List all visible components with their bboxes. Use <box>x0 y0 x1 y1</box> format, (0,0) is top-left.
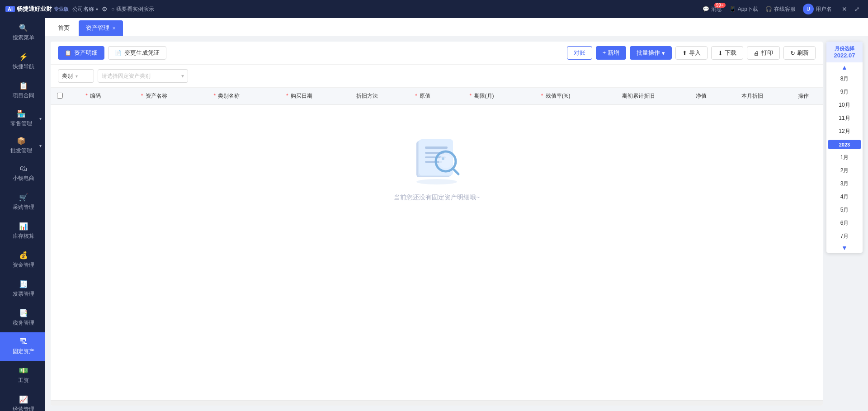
current-year-label: 2023 <box>839 142 850 147</box>
sidebar-item-ecommerce[interactable]: 🛍 小畅电商 <box>0 159 45 188</box>
col-operation: 操作 <box>783 88 823 105</box>
col-residual-rate: * 残值率(%) <box>516 88 595 105</box>
sidebar-label-tax: 税务管理 <box>13 319 34 327</box>
message-icon: 💬 <box>703 6 709 12</box>
sidebar-label-invoice: 发票管理 <box>13 290 34 298</box>
category-dropdown-arrow-icon: ▾ <box>181 73 184 79</box>
online-service-button[interactable]: 🎧 在线客服 <box>765 5 796 13</box>
month-item-7[interactable]: 7月 <box>826 230 863 243</box>
sub-tab-change-voucher[interactable]: 📄 变更生成凭证 <box>108 46 166 60</box>
month-item-8[interactable]: 8月 <box>826 72 863 85</box>
horizontal-scrollbar[interactable] <box>51 400 823 406</box>
purchase-icon: 🛒 <box>19 193 28 202</box>
sidebar-label-finance: 资金管理 <box>13 261 34 269</box>
month-panel-title: 月份选择 <box>830 45 859 52</box>
month-panel-year: 2022.07 <box>830 52 859 59</box>
month-item-1[interactable]: 1月 <box>826 151 863 164</box>
tab-asset[interactable]: 资产管理 ✕ <box>79 20 123 36</box>
sidebar-item-fixed-asset[interactable]: 🏗 固定资产 <box>0 332 45 361</box>
sub-tab-change-voucher-label: 变更生成凭证 <box>124 49 160 57</box>
app-name: 畅捷通好业财 <box>17 5 52 13</box>
username: 用户名 <box>816 5 832 13</box>
month-item-3[interactable]: 3月 <box>826 177 863 190</box>
add-button[interactable]: + 新增 <box>596 46 626 60</box>
month-item-5[interactable]: 5月 <box>826 203 863 217</box>
tax-icon: 📑 <box>19 309 28 317</box>
change-voucher-icon: 📄 <box>115 50 122 56</box>
toolbar: 对账 + 新增 批量操作 ▾ ⬆ 导入 <box>567 46 816 60</box>
month-nav-up[interactable]: ▲ <box>826 62 863 72</box>
sub-tabs-bar: 📋 资产明细 📄 变更生成凭证 对账 + 新增 <box>51 42 823 65</box>
category-search-input[interactable]: 请选择固定资产类别 ▾ <box>98 69 188 83</box>
sidebar-item-quicknav[interactable]: ⚡ 快捷导航 <box>0 47 45 76</box>
month-panel: 月份选择 2022.07 ▲ 8月 9月 10月 11月 12月 2023 <box>826 42 863 253</box>
month-item-11[interactable]: 11月 <box>826 112 863 125</box>
sub-tab-asset-detail[interactable]: 📋 资产明细 <box>58 46 104 60</box>
col-depreciation-method: 折旧方法 <box>335 88 398 105</box>
month-up-icon[interactable]: ▲ <box>841 64 848 71</box>
month-item-6[interactable]: 6月 <box>826 217 863 230</box>
message-button[interactable]: 💬 消息 99+ <box>703 5 722 13</box>
fixed-asset-icon: 🏗 <box>20 338 27 346</box>
refresh-button[interactable]: ↻ 刷新 <box>783 46 816 60</box>
month-down-icon[interactable]: ▼ <box>841 245 848 251</box>
sidebar-item-salary[interactable]: 💵 工资 <box>0 361 45 390</box>
print-button[interactable]: 🖨 打印 <box>747 46 780 60</box>
col-code: * 编码 <box>69 88 118 105</box>
download-button[interactable]: ⬇ 下载 <box>711 46 743 60</box>
tab-home[interactable]: 首页 <box>51 20 77 36</box>
category-type-select[interactable]: 类别 ▾ <box>58 69 94 83</box>
month-item-10[interactable]: 10月 <box>826 99 863 112</box>
print-label: 打印 <box>761 49 773 57</box>
maximize-window-icon[interactable]: ⤢ <box>852 5 863 14</box>
download-icon: ⬇ <box>718 50 723 57</box>
app-brand: Ai 畅捷通好业财 专业版 <box>5 5 69 13</box>
category-search-placeholder: 请选择固定资产类别 <box>102 72 151 80</box>
reconcile-label: 对账 <box>574 49 585 57</box>
app-download-label: App下载 <box>738 5 758 13</box>
sidebar-label-inventory: 库存核算 <box>13 232 34 240</box>
sidebar-item-retail[interactable]: 🏪 零售管理 ▾ <box>0 105 45 132</box>
demo-link[interactable]: ○ 我要看实例演示 <box>111 5 154 13</box>
sidebar-item-tax[interactable]: 📑 税务管理 <box>0 303 45 332</box>
download-icon: 📱 <box>729 6 736 12</box>
user-info[interactable]: U 用户名 <box>803 4 832 14</box>
month-item-4[interactable]: 4月 <box>826 190 863 203</box>
batch-label: 批量操作 <box>637 49 660 57</box>
tab-close-icon[interactable]: ✕ <box>112 26 116 31</box>
import-button[interactable]: ⬆ 导入 <box>675 46 708 60</box>
app-download-button[interactable]: 📱 App下载 <box>729 5 758 13</box>
sidebar-item-operations[interactable]: 📈 经营管理 <box>0 390 45 411</box>
month-item-2[interactable]: 2月 <box>826 164 863 177</box>
sidebar-label-retail: 零售管理 <box>10 120 32 128</box>
month-item-12[interactable]: 12月 <box>826 125 863 138</box>
settings-icon[interactable]: ⚙ <box>102 5 108 13</box>
download-label: 下载 <box>725 49 736 57</box>
sidebar-item-finance[interactable]: 💰 资金管理 <box>0 246 45 274</box>
sidebar-item-search[interactable]: 🔍 搜索菜单 <box>0 18 45 47</box>
batch-button[interactable]: 批量操作 ▾ <box>630 46 672 60</box>
close-window-icon[interactable]: ✕ <box>839 5 850 14</box>
sidebar-item-contract[interactable]: 📋 项目合同 <box>0 76 45 105</box>
inventory-icon: 📊 <box>19 222 28 231</box>
month-list-2023: 1月 2月 3月 4月 5月 6月 7月 <box>826 151 863 243</box>
sidebar-label-purchase: 采购管理 <box>13 203 34 211</box>
sub-tabs-left: 📋 资产明细 📄 变更生成凭证 <box>58 46 166 60</box>
col-name: * 资产名称 <box>118 88 191 105</box>
search-icon: 🔍 <box>19 24 28 32</box>
sidebar-label-operations: 经营管理 <box>13 406 34 411</box>
month-item-9[interactable]: 9月 <box>826 85 863 99</box>
current-year-badge: 2023 <box>828 140 861 149</box>
select-all-checkbox[interactable] <box>57 93 63 99</box>
table-header-row: * 编码 * 资产名称 * 类别名称 <box>51 88 823 105</box>
sidebar-item-purchase[interactable]: 🛒 采购管理 <box>0 188 45 217</box>
reconcile-button[interactable]: 对账 <box>567 46 592 60</box>
sidebar-item-wholesale[interactable]: 📦 批发管理 ▾ <box>0 132 45 159</box>
sidebar-item-invoice[interactable]: 🧾 发票管理 <box>0 274 45 303</box>
sidebar-item-inventory[interactable]: 📊 库存核算 <box>0 217 45 246</box>
import-label: 导入 <box>689 49 701 57</box>
company-selector[interactable]: 公司名称 ▾ <box>72 5 98 13</box>
top-bar: Ai 畅捷通好业财 专业版 公司名称 ▾ ⚙ ○ 我要看实例演示 💬 消息 99… <box>0 0 868 18</box>
window-controls: ✕ ⤢ <box>839 5 863 14</box>
month-nav-down[interactable]: ▼ <box>826 243 863 253</box>
